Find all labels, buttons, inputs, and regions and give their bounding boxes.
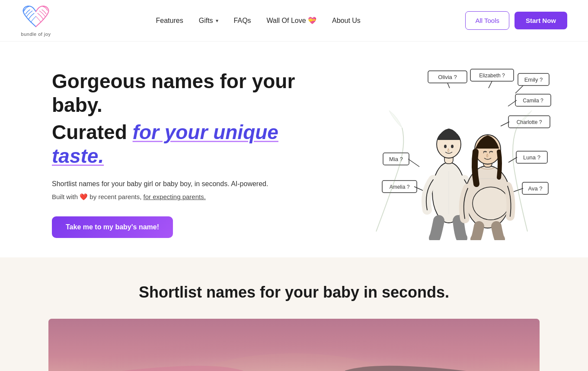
svg-point-32 bbox=[451, 145, 454, 148]
logo-heart-icon bbox=[21, 5, 51, 31]
hero-image-container bbox=[48, 319, 540, 371]
svg-line-8 bbox=[515, 86, 523, 93]
name-bubble-amelia: Amelia ? bbox=[382, 181, 423, 193]
couple-illustration: Olivia ? Elizabeth ? Emily ? Camila ? bbox=[363, 67, 553, 240]
heart-emoji: ❤️ bbox=[80, 193, 88, 200]
all-tools-button[interactable]: All Tools bbox=[465, 11, 509, 30]
name-bubble-elizabeth: Elizabeth ? bbox=[470, 69, 514, 88]
svg-line-26 bbox=[408, 159, 419, 167]
chevron-down-icon: ▾ bbox=[216, 18, 218, 24]
svg-text:Olivia ?: Olivia ? bbox=[438, 74, 457, 80]
section-names-title: Shortlist names for your baby in seconds… bbox=[21, 283, 567, 301]
section-names: Shortlist names for your baby in seconds… bbox=[0, 257, 588, 371]
svg-line-5 bbox=[489, 81, 492, 88]
name-bubble-luna: Luna ? bbox=[508, 151, 547, 163]
hero-title-line1: Gorgeous names for your baby. bbox=[52, 70, 303, 117]
nav-wall-of-love[interactable]: Wall Of Love 💝 bbox=[267, 16, 316, 25]
nav-gifts[interactable]: Gifts ▾ bbox=[199, 17, 218, 25]
svg-point-31 bbox=[444, 145, 447, 148]
svg-text:Ava ?: Ava ? bbox=[528, 185, 542, 192]
nav-faqs[interactable]: FAQs bbox=[234, 17, 251, 25]
nav-actions: All Tools Start Now bbox=[465, 11, 567, 30]
nav-links: Features Gifts ▾ FAQs Wall Of Love 💝 Abo… bbox=[156, 16, 361, 25]
name-bubble-camila: Camila ? bbox=[508, 94, 551, 106]
svg-point-34 bbox=[473, 187, 509, 220]
start-now-button[interactable]: Start Now bbox=[514, 12, 567, 29]
name-bubble-emily: Emily ? bbox=[515, 73, 549, 93]
logo[interactable]: bundle of joy bbox=[21, 5, 51, 37]
svg-text:Emily ?: Emily ? bbox=[524, 76, 543, 83]
nav-features[interactable]: Features bbox=[156, 17, 183, 25]
logo-label: bundle of joy bbox=[21, 32, 51, 37]
pregnant-couple-image bbox=[48, 319, 540, 371]
nav-about-us[interactable]: About Us bbox=[332, 17, 361, 25]
svg-line-14 bbox=[501, 122, 509, 126]
take-me-button[interactable]: Take me to my baby's name! bbox=[52, 216, 173, 238]
navigation: bundle of joy Features Gifts ▾ FAQs Wall… bbox=[0, 0, 588, 41]
hero-curated-prefix: Curated bbox=[52, 121, 133, 143]
hero-content: Gorgeous names for your baby. Curated fo… bbox=[52, 70, 303, 238]
name-bubble-ava: Ava ? bbox=[508, 182, 548, 194]
hero-built-with: Built with ❤️ by recent parents, for exp… bbox=[52, 193, 303, 201]
name-bubble-olivia: Olivia ? bbox=[428, 71, 467, 88]
hero-illustration: Olivia ? Elizabeth ? Emily ? Camila ? bbox=[363, 67, 553, 240]
svg-text:Camila ?: Camila ? bbox=[523, 98, 543, 104]
hero-title-line2: Curated for your unique taste. bbox=[52, 120, 303, 168]
svg-text:Elizabeth ?: Elizabeth ? bbox=[479, 73, 505, 79]
hero-section: Gorgeous names for your baby. Curated fo… bbox=[0, 41, 588, 257]
hero-subtitle: Shortlist names for your baby girl or ba… bbox=[52, 180, 303, 188]
svg-line-2 bbox=[447, 83, 450, 88]
expecting-parents-link[interactable]: for expecting parents. bbox=[144, 193, 206, 200]
svg-text:Luna ?: Luna ? bbox=[523, 154, 540, 161]
